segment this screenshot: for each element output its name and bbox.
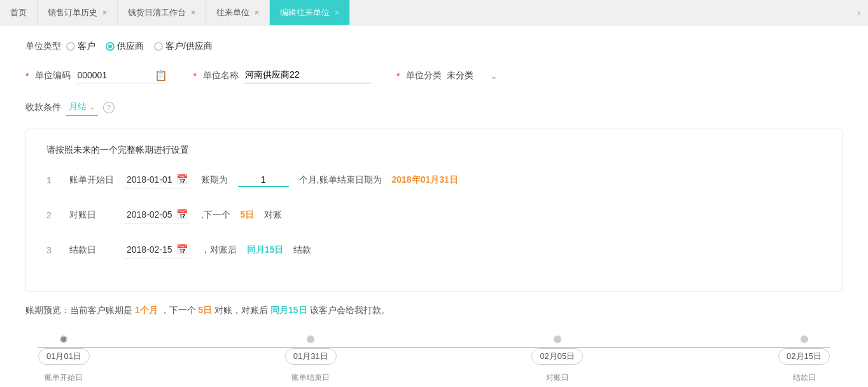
unit-code-input-wrap: 📋 bbox=[76, 67, 167, 83]
unit-type-label: 单位类型 bbox=[25, 41, 61, 52]
timeline-item-2: 02月05日 对账日 bbox=[531, 334, 583, 383]
unit-classify-value: 未分类 bbox=[447, 70, 485, 81]
timeline-item-1: 01月31日 账单结束日 bbox=[285, 334, 337, 383]
tab-partner[interactable]: 往来单位 × bbox=[206, 0, 270, 25]
period-prefix: 账期为 bbox=[201, 174, 228, 186]
close-partner-icon[interactable]: × bbox=[255, 8, 259, 17]
tab-expand-button[interactable]: › bbox=[850, 0, 868, 25]
unit-type-field: 单位类型 客户 供应商 客户/供应商 bbox=[25, 41, 213, 52]
reconcile-calendar-icon[interactable]: 📅 bbox=[176, 209, 188, 220]
timeline-section: 01月01日 账单开始日 01月31日 账单结束日 02月05日 对账日 02月… bbox=[25, 334, 843, 383]
unit-type-radio-group: 客户 供应商 客户/供应商 bbox=[66, 41, 213, 52]
unit-classify-star: * bbox=[396, 71, 400, 81]
preview-period: 1个月 bbox=[135, 305, 158, 315]
tab-edit-partner-label: 编辑往来单位 bbox=[280, 7, 330, 18]
settings-card: 请按照未来的一个完整帐期进行设置 1 账单开始日 2018-01-01 📅 账期… bbox=[25, 129, 843, 292]
timeline-dot-2 bbox=[554, 335, 561, 343]
payment-date-calendar-icon[interactable]: 📅 bbox=[176, 244, 188, 255]
timeline-dot-3 bbox=[801, 335, 808, 343]
timeline-date-1: 01月31日 bbox=[285, 348, 337, 365]
payment-row: 收款条件 月结 ⌄ ? bbox=[25, 99, 843, 116]
payment-select[interactable]: 月结 ⌄ bbox=[66, 99, 98, 116]
radio-both-circle bbox=[154, 42, 163, 51]
tab-cash-daily[interactable]: 钱货日清工作台 × bbox=[118, 0, 206, 25]
tab-home[interactable]: 首页 bbox=[0, 0, 38, 25]
tab-home-label: 首页 bbox=[10, 7, 27, 18]
tab-bar: 首页 销售订单历史 × 钱货日清工作台 × 往来单位 × 编辑往来单位 × › bbox=[0, 0, 868, 25]
preview-suffix: 该客户会给我打款。 bbox=[310, 305, 390, 315]
close-edit-partner-icon[interactable]: × bbox=[335, 8, 339, 17]
radio-customer-label: 客户 bbox=[78, 41, 95, 52]
reconcile-suffix: 对账 bbox=[264, 209, 282, 221]
reconcile-label: 对账日 bbox=[69, 209, 114, 221]
payment-date-label: 结款日 bbox=[69, 244, 114, 256]
preview-section: 账期预览：当前客户账期是 1个月 ，下一个 5日 对账，对账后 同月15日 该客… bbox=[25, 305, 843, 316]
preview-middle: ，下一个 bbox=[160, 305, 196, 315]
tab-cash-daily-label: 钱货日清工作台 bbox=[128, 7, 186, 18]
timeline-label-2: 对账日 bbox=[546, 372, 569, 383]
timeline-item-3: 02月15日 结款日 bbox=[778, 334, 830, 383]
unit-code-label: 单位编码 bbox=[35, 70, 71, 81]
timeline-date-2: 02月05日 bbox=[531, 348, 583, 365]
radio-both[interactable]: 客户/供应商 bbox=[154, 41, 213, 52]
help-text: ? bbox=[107, 104, 111, 111]
timeline-item-0: 01月01日 账单开始日 bbox=[38, 334, 90, 383]
preview-day: 5日 bbox=[198, 305, 212, 315]
period-suffix: 个月,账单结束日期为 bbox=[299, 174, 382, 186]
reconcile-date-value: 2018-02-05 bbox=[127, 209, 172, 220]
payment-date-day-highlight: 同月15日 bbox=[247, 244, 284, 256]
reconcile-prefix: ,下一个 bbox=[201, 209, 230, 221]
unit-code-field: * 单位编码 📋 bbox=[25, 67, 167, 83]
bill-end-date-highlight: 2018年01月31日 bbox=[392, 174, 458, 186]
payment-select-value: 月结 bbox=[69, 101, 87, 113]
unit-classify-field: * 单位分类 未分类 ⌄ bbox=[396, 70, 498, 81]
radio-supplier-circle bbox=[106, 42, 115, 51]
unit-info-row: * 单位编码 📋 * 单位名称 * 单位分类 未分类 ⌄ bbox=[25, 67, 843, 83]
unit-name-label: 单位名称 bbox=[203, 70, 239, 81]
main-content: 单位类型 客户 供应商 客户/供应商 * 单位编码 bbox=[0, 25, 868, 387]
close-sales-history-icon[interactable]: × bbox=[102, 8, 107, 17]
payment-date-prefix: ，对账后 bbox=[201, 244, 237, 256]
timeline-dot-0 bbox=[60, 335, 67, 343]
unit-name-input[interactable] bbox=[244, 67, 371, 83]
timeline-label-3: 结款日 bbox=[793, 372, 816, 383]
reconcile-date-field: 2018-02-05 📅 bbox=[124, 206, 191, 223]
unit-classify-dropdown-icon[interactable]: ⌄ bbox=[490, 71, 498, 81]
radio-customer[interactable]: 客户 bbox=[66, 41, 95, 52]
unit-name-field: * 单位名称 bbox=[193, 67, 370, 83]
bill-start-calendar-icon[interactable]: 📅 bbox=[176, 174, 188, 185]
timeline-items: 01月01日 账单开始日 01月31日 账单结束日 02月05日 对账日 02月… bbox=[38, 334, 830, 383]
unit-code-input[interactable] bbox=[76, 67, 152, 83]
close-cash-daily-icon[interactable]: × bbox=[191, 8, 195, 17]
unit-classify-label: 单位分类 bbox=[406, 70, 442, 81]
tab-edit-partner[interactable]: 编辑往来单位 × bbox=[270, 0, 350, 25]
payment-date-suffix: 结款 bbox=[293, 244, 311, 256]
unit-type-row: 单位类型 客户 供应商 客户/供应商 bbox=[25, 41, 843, 52]
row-number-2: 2 bbox=[46, 210, 59, 220]
preview-after: 对账，对账后 bbox=[214, 305, 268, 315]
tab-sales-history[interactable]: 销售订单历史 × bbox=[38, 0, 118, 25]
preview-payment-day: 同月15日 bbox=[270, 305, 307, 315]
payment-date-row: 3 结款日 2018-02-15 📅 ，对账后 同月15日 结款 bbox=[46, 241, 822, 258]
reconcile-day-highlight: 5日 bbox=[241, 209, 255, 221]
payment-label: 收款条件 bbox=[25, 102, 61, 113]
timeline-label-0: 账单开始日 bbox=[45, 372, 83, 383]
bill-start-date-value: 2018-01-01 bbox=[127, 174, 172, 185]
tab-partner-label: 往来单位 bbox=[216, 7, 249, 18]
settings-card-title: 请按照未来的一个完整帐期进行设置 bbox=[46, 144, 822, 156]
row-number-3: 3 bbox=[46, 245, 59, 255]
bill-start-row: 1 账单开始日 2018-01-01 📅 账期为 个月,账单结束日期为 2018… bbox=[46, 171, 822, 188]
payment-dropdown-arrow-icon: ⌄ bbox=[89, 102, 95, 111]
unit-code-copy-icon[interactable]: 📋 bbox=[155, 69, 167, 81]
reconcile-row: 2 对账日 2018-02-05 📅 ,下一个 5日 对账 bbox=[46, 206, 822, 223]
period-input[interactable] bbox=[238, 173, 289, 187]
bill-start-date-field: 2018-01-01 📅 bbox=[124, 171, 191, 188]
timeline-label-1: 账单结束日 bbox=[291, 372, 330, 383]
payment-date-field: 2018-02-15 📅 bbox=[124, 241, 191, 258]
timeline-dot-1 bbox=[307, 335, 314, 343]
bill-start-label: 账单开始日 bbox=[69, 174, 114, 186]
timeline-date-0: 01月01日 bbox=[38, 348, 90, 365]
payment-date-value: 2018-02-15 bbox=[127, 244, 172, 255]
payment-help-icon[interactable]: ? bbox=[103, 102, 115, 113]
radio-supplier[interactable]: 供应商 bbox=[106, 41, 144, 52]
